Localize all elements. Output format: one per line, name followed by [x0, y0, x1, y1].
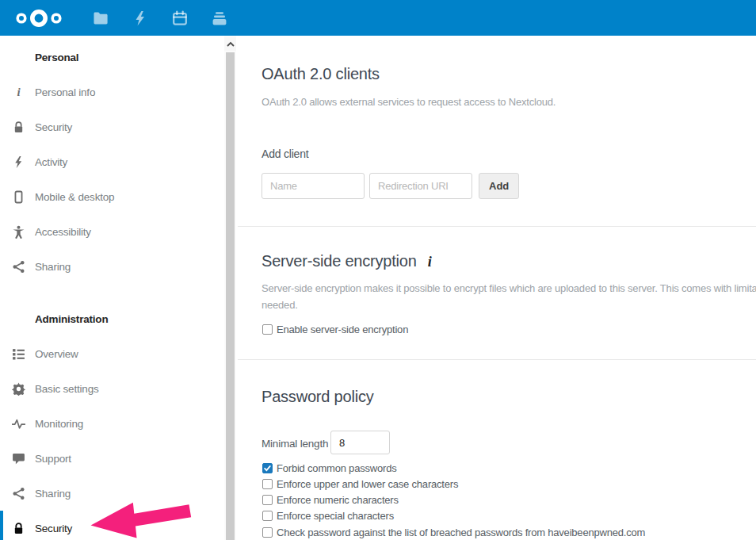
folder-icon [92, 10, 109, 27]
lock-icon [12, 121, 25, 134]
check-hibp-row[interactable]: Check password against the list of breac… [262, 527, 645, 538]
sidebar-item-sharing-admin[interactable]: Sharing [0, 476, 224, 511]
chevron-up-icon [226, 40, 235, 48]
pulse-icon [12, 417, 25, 431]
sidebar-item-sharing-personal[interactable]: Sharing [0, 249, 224, 284]
lightning-icon [132, 10, 149, 27]
minimal-length-label: Minimal length [262, 438, 328, 450]
enable-encryption-checkbox-row[interactable]: Enable server-side encryption [262, 324, 408, 335]
sidebar-item-accessibility[interactable]: Accessibility [0, 214, 224, 249]
sidebar-section-personal: Personal [0, 40, 224, 75]
oauth-section-description: OAuth 2.0 allows external services to re… [262, 96, 556, 108]
share-icon [12, 260, 25, 274]
add-client-button[interactable]: Add [479, 173, 519, 199]
gear-icon [12, 382, 25, 396]
calendar-app-button[interactable] [160, 0, 200, 36]
info-icon: i [12, 86, 25, 99]
activity-app-button[interactable] [120, 0, 160, 36]
sidebar-scrollbar-thumb[interactable] [226, 52, 235, 540]
sidebar-item-support[interactable]: Support [0, 441, 224, 476]
sidebar-item-overview[interactable]: Overview [0, 336, 224, 371]
enforce-case-checkbox[interactable] [262, 479, 273, 489]
encryption-section-title: Server-side encryptioni [262, 252, 432, 270]
sidebar-item-mobile-desktop[interactable]: Mobile & desktop [0, 179, 224, 214]
sidebar-item-basic-settings[interactable]: Basic settings [0, 371, 224, 406]
lightning-icon [12, 155, 25, 169]
calendar-icon [171, 10, 189, 27]
deck-icon [211, 10, 228, 27]
minimal-length-input[interactable] [330, 431, 390, 454]
sidebar-item-monitoring[interactable]: Monitoring [0, 406, 224, 441]
accessibility-icon [12, 225, 25, 239]
sidebar-item-activity[interactable]: Activity [0, 144, 224, 179]
enable-encryption-label: Enable server-side encryption [277, 324, 408, 335]
enforce-numeric-checkbox[interactable] [262, 495, 273, 505]
encryption-description-line1: Server-side encryption makes it possible… [262, 282, 756, 294]
enforce-special-row[interactable]: Enforce special characters [262, 510, 394, 522]
redirection-uri-input[interactable] [369, 173, 472, 199]
enforce-special-checkbox[interactable] [262, 511, 273, 521]
forbid-common-passwords-row[interactable]: Forbid common passwords [262, 462, 396, 474]
sidebar-item-personal-info[interactable]: i Personal info [0, 75, 224, 109]
app-navigation [81, 0, 239, 36]
sidebar-scroll-up-button[interactable] [224, 37, 236, 51]
share-icon [12, 487, 25, 500]
top-header-bar [0, 0, 756, 36]
oauth-section-title: OAuth 2.0 clients [262, 65, 380, 83]
list-icon [12, 347, 25, 361]
forbid-common-passwords-checkbox[interactable] [262, 463, 273, 473]
phone-icon [12, 190, 25, 204]
files-app-button[interactable] [81, 0, 120, 36]
sidebar-item-security-admin[interactable]: Security [0, 511, 224, 540]
check-hibp-checkbox[interactable] [262, 527, 273, 538]
client-name-input[interactable] [262, 173, 365, 199]
enforce-case-row[interactable]: Enforce upper and lower case characters [262, 478, 458, 490]
deck-app-button[interactable] [200, 0, 239, 36]
section-divider [238, 359, 756, 360]
enable-encryption-checkbox[interactable] [262, 324, 273, 335]
section-divider [238, 226, 756, 227]
sidebar-section-administration: Administration [0, 301, 224, 336]
lock-icon [12, 522, 25, 535]
sidebar-item-security-personal[interactable]: Security [0, 109, 224, 144]
encryption-description-line2: needed. [262, 299, 298, 311]
password-policy-section-title: Password policy [262, 388, 374, 406]
nextcloud-logo[interactable] [8, 4, 63, 33]
enforce-numeric-row[interactable]: Enforce numeric characters [262, 494, 399, 506]
info-icon[interactable]: i [428, 254, 432, 270]
nextcloud-settings-security-page: Personal i Personal info Security Activi… [0, 0, 756, 540]
add-client-heading: Add client [262, 147, 308, 160]
chat-icon [12, 452, 25, 465]
